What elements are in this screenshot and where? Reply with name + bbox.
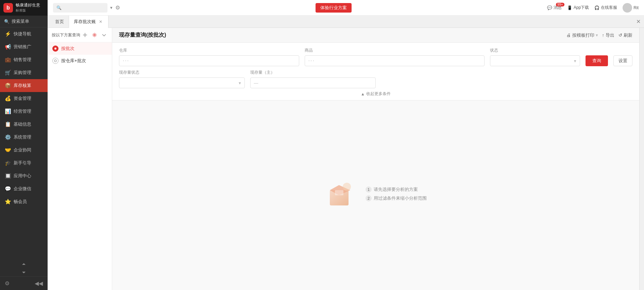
main-panel: 现存量查询(按批次) 🖨 按模板打印 ▾ ↑ 导出 ↺ 刷新 (112, 28, 639, 290)
sidebar-item-label: 系统管理 (14, 134, 31, 140)
refresh-btn[interactable]: ↺ 刷新 (618, 32, 632, 38)
sidebar-item-operations[interactable]: 📊 经营管理 (0, 105, 48, 118)
sidebar-item-inventory[interactable]: 📦 库存核算 (0, 79, 48, 92)
sidebar-item-finance[interactable]: 💰 资金管理 (0, 92, 48, 105)
inventory-qty-label: 现存量（主） (250, 70, 376, 75)
search-area: 仓库 ··· 商品 ··· 状态 (112, 43, 639, 101)
export-btn[interactable]: ↑ 导出 (602, 32, 615, 38)
sidebar-item-label: 新手引导 (14, 160, 31, 166)
sidebar-item-guide[interactable]: 🎓 新手引导 (0, 157, 48, 169)
user-name: Rit (633, 5, 639, 10)
collapse-sidebar-icon[interactable]: ◀◀ (35, 280, 43, 287)
tab-batch-account-label: 库存批次账 (74, 19, 96, 25)
tab-batch-account[interactable]: 库存批次账 ✕ (69, 16, 108, 28)
print-chevron-icon: ▾ (596, 33, 598, 38)
scheme-settings-btn[interactable] (91, 31, 98, 39)
sidebar-header: b 畅康通好生意 标准版 (0, 0, 48, 16)
collapse-conditions-btn[interactable]: ▲ 收起更多条件 (119, 91, 632, 97)
experience-btn[interactable]: 体验行业方案 (316, 3, 352, 13)
tab-home[interactable]: 首页 (50, 16, 69, 28)
sidebar-item-label: 应用中心 (14, 173, 31, 179)
warehouse-input[interactable]: ··· (119, 55, 299, 66)
search-row-2: 现存量状态 ▾ 现存量（主） — (119, 70, 632, 88)
topbar-gear-icon[interactable]: ⚙ (115, 4, 120, 11)
member-icon: ⭐ (5, 199, 11, 205)
sidebar-item-marketing[interactable]: 📢 营销推广 (0, 40, 48, 53)
scheme-by-warehouse-batch[interactable]: 按仓库+批次 (48, 55, 112, 67)
scheme-by-batch[interactable]: 按批次 (48, 42, 112, 55)
sidebar-item-collab[interactable]: 🤝 企业协同 (0, 144, 48, 157)
online-service-btn[interactable]: 🎧 在线客服 (594, 5, 617, 11)
inventory-status-input[interactable]: ▾ (119, 77, 245, 88)
svg-rect-5 (335, 190, 343, 195)
tab-close-all-icon[interactable]: ✕ (636, 18, 641, 25)
sidebar-item-purchase[interactable]: 🛒 采购管理 (0, 66, 48, 79)
collapse-filter-btn[interactable] (100, 31, 108, 39)
wechat-icon: 💬 (5, 186, 11, 192)
goods-label: 商品 (305, 48, 485, 53)
sidebar-company-name: 畅康通好生意 (16, 3, 40, 8)
sidebar-item-wechat[interactable]: 💬 企业微信 (0, 182, 48, 195)
print-icon: 🖨 (566, 33, 571, 38)
sidebar-item-member[interactable]: ⭐ 畅会员 (0, 195, 48, 208)
messages-btn[interactable]: 💬 消息 99+ (547, 5, 562, 11)
svg-point-2 (54, 60, 56, 62)
svg-point-6 (343, 183, 351, 191)
print-label: 按模板打印 (572, 32, 594, 38)
sidebar-item-quick-nav[interactable]: ⚡ 快捷导航 (0, 28, 48, 40)
warehouse-field: 仓库 ··· (119, 48, 299, 66)
sidebar-item-apps[interactable]: 🔲 应用中心 (0, 169, 48, 182)
apps-icon: 🔲 (5, 173, 11, 179)
status-chevron-icon: ▾ (574, 58, 576, 64)
page-title-bar: 现存量查询(按批次) 🖨 按模板打印 ▾ ↑ 导出 ↺ 刷新 (112, 28, 639, 43)
collapse-up-icon: ▲ (361, 92, 365, 96)
topbar-chevron-icon[interactable]: ▾ (110, 5, 113, 10)
user-profile-btn[interactable]: Rit (623, 3, 639, 13)
sidebar-edition: 标准版 (16, 8, 40, 13)
topbar-search-box[interactable]: 🔍 (53, 3, 107, 13)
status-input[interactable]: ▾ (490, 55, 580, 66)
scheme-by-warehouse-batch-label: 按仓库+批次 (61, 58, 86, 64)
guide-icon: 🎓 (5, 160, 11, 166)
sidebar-item-basic[interactable]: 📋 基础信息 (0, 118, 48, 131)
phone-icon: 📱 (567, 5, 572, 10)
inventory-status-field: 现存量状态 ▾ (119, 70, 245, 88)
sidebar: b 畅康通好生意 标准版 🔍 搜索菜单 ⚡ 快捷导航 📢 营销推广 💼 销售管理… (0, 0, 48, 290)
sidebar-nav: ⚡ 快捷导航 📢 营销推广 💼 销售管理 🛒 采购管理 📦 库存核算 💰 资金管… (0, 28, 48, 260)
app-download-btn[interactable]: 📱 App下载 (567, 5, 589, 11)
sidebar-scroll-down[interactable] (0, 268, 48, 276)
goods-field: 商品 ··· (305, 48, 485, 66)
headset-icon: 🎧 (594, 5, 599, 10)
sidebar-item-label: 企业协同 (14, 147, 31, 153)
settings-icon[interactable]: ⚙ (5, 280, 10, 287)
svg-point-0 (94, 34, 95, 36)
inventory-qty-input[interactable]: — (250, 77, 376, 88)
sidebar-item-sales[interactable]: 💼 销售管理 (0, 53, 48, 66)
online-service-label: 在线客服 (601, 5, 617, 11)
topbar-search-icon: 🔍 (56, 5, 62, 10)
inventory-status-chevron-icon: ▾ (239, 80, 241, 86)
sidebar-item-label: 资金管理 (14, 95, 31, 102)
search-icon: 🔍 (4, 19, 10, 24)
tabbar: 首页 库存批次账 ✕ ✕ (48, 16, 644, 28)
export-label: 导出 (606, 32, 614, 38)
empty-state-icon (325, 180, 355, 211)
refresh-label: 刷新 (624, 32, 632, 38)
print-btn[interactable]: 🖨 按模板打印 ▾ (566, 32, 598, 38)
query-btn[interactable]: 查询 (586, 55, 608, 66)
sidebar-item-system[interactable]: ⚙️ 系统管理 (0, 131, 48, 144)
filter-panel: 按以下方案查询 按批次 (48, 28, 112, 290)
message-icon: 💬 (547, 5, 552, 10)
refresh-icon: ↺ (618, 33, 622, 38)
sidebar-search-label: 搜索菜单 (12, 18, 29, 24)
qty-dash: — (254, 80, 258, 86)
add-scheme-btn[interactable] (81, 31, 89, 39)
filter-panel-header: 按以下方案查询 (48, 28, 112, 42)
search-setting-btn[interactable]: 设置 (613, 55, 632, 66)
tab-close-btn[interactable]: ✕ (98, 19, 103, 24)
right-scrollbar[interactable] (639, 28, 644, 290)
sidebar-search[interactable]: 🔍 搜索菜单 (0, 16, 48, 28)
filter-panel-header-actions (81, 31, 108, 39)
sidebar-scroll-up[interactable] (0, 260, 48, 268)
goods-input[interactable]: ··· (305, 55, 485, 66)
